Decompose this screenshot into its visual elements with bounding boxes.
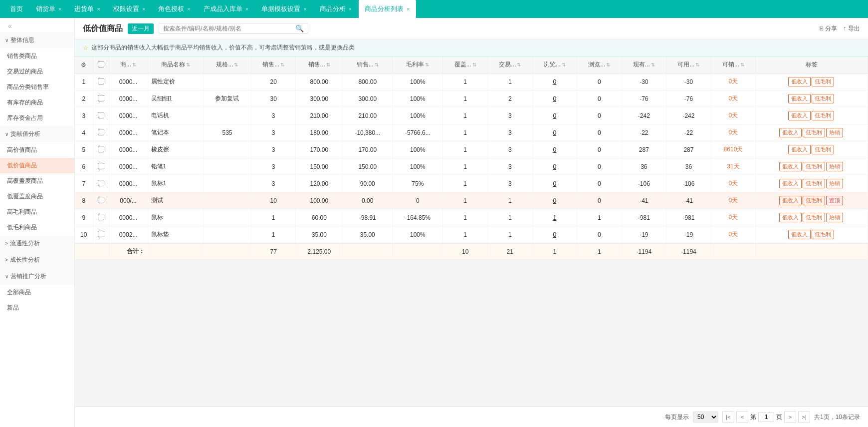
close-icon[interactable]: ×: [187, 6, 190, 12]
col-sale-qty[interactable]: 销售...⇅: [251, 56, 296, 73]
cell-checkbox[interactable]: [93, 90, 109, 107]
col-view2[interactable]: 浏览...⇅: [577, 56, 622, 73]
nav-item-首页[interactable]: 首页: [4, 0, 29, 18]
cell-checkbox[interactable]: [93, 158, 109, 175]
sidebar-section-成长性分析[interactable]: >成长性分析: [0, 252, 74, 268]
cell-view1[interactable]: 0: [532, 226, 577, 244]
cell-checkbox[interactable]: [93, 107, 109, 124]
sidebar-item-高价值商品[interactable]: 高价值商品: [0, 142, 74, 158]
prev-page-btn[interactable]: <: [736, 411, 748, 423]
sidebar-collapse-btn[interactable]: «: [5, 22, 15, 30]
close-icon[interactable]: ×: [58, 6, 61, 12]
close-icon[interactable]: ×: [97, 6, 100, 12]
row-checkbox[interactable]: [98, 112, 104, 118]
cell-checkbox[interactable]: [93, 226, 109, 244]
col-view1[interactable]: 浏览...⇅: [532, 56, 577, 73]
view1-link[interactable]: 0: [553, 112, 556, 119]
sidebar-item-低毛利商品[interactable]: 低毛利商品: [0, 220, 74, 235]
sidebar-item-新品[interactable]: 新品: [0, 300, 74, 316]
page-size-select[interactable]: 50 100 200: [693, 412, 718, 423]
close-icon[interactable]: ×: [407, 6, 410, 12]
cell-view1[interactable]: 0: [532, 158, 577, 175]
nav-item-商品分析列表[interactable]: 商品分析列表×: [359, 0, 416, 18]
view1-link[interactable]: 0: [553, 78, 556, 85]
col-sale-price[interactable]: 销售...⇅: [296, 56, 343, 73]
cell-view1[interactable]: 0: [532, 73, 577, 90]
time-badge[interactable]: 近一月: [128, 23, 154, 34]
nav-item-产成品入库单[interactable]: 产成品入库单×: [198, 0, 254, 18]
col-sellable-days[interactable]: 可销...⇅: [711, 56, 756, 73]
row-checkbox[interactable]: [98, 214, 104, 220]
sidebar-item-全部商品[interactable]: 全部商品: [0, 285, 74, 300]
view1-link[interactable]: 0: [553, 146, 556, 153]
view1-link[interactable]: 0: [553, 180, 556, 187]
export-button[interactable]: ↑ 导出: [843, 24, 860, 33]
view1-link[interactable]: 0: [553, 163, 556, 170]
first-page-btn[interactable]: |<: [722, 411, 734, 423]
row-checkbox[interactable]: [98, 197, 104, 203]
row-checkbox[interactable]: [98, 78, 104, 84]
nav-item-单据模板设置[interactable]: 单据模板设置×: [255, 0, 312, 18]
close-icon[interactable]: ×: [303, 6, 306, 12]
sidebar-item-高毛利商品[interactable]: 高毛利商品: [0, 204, 74, 220]
nav-item-进货单[interactable]: 进货单×: [68, 0, 106, 18]
row-checkbox[interactable]: [98, 129, 104, 135]
cell-checkbox[interactable]: [93, 175, 109, 192]
cell-view1[interactable]: 0: [532, 192, 577, 209]
cell-checkbox[interactable]: [93, 141, 109, 158]
sidebar-section-整体信息[interactable]: ∨整体信息: [0, 32, 74, 48]
sidebar-item-低覆盖度商品[interactable]: 低覆盖度商品: [0, 189, 74, 204]
sidebar-item-高覆盖度商品[interactable]: 高覆盖度商品: [0, 173, 74, 189]
cell-view1[interactable]: 0: [532, 107, 577, 124]
search-input[interactable]: [163, 25, 292, 32]
sidebar-section-营销推广分析[interactable]: ∨营销推广分析: [0, 268, 74, 285]
search-icon[interactable]: 🔍: [295, 24, 304, 32]
col-coverage[interactable]: 覆盖...⇅: [443, 56, 488, 73]
sidebar-item-低价值商品[interactable]: 低价值商品: [0, 158, 74, 173]
view1-link[interactable]: 0: [553, 129, 556, 136]
close-icon[interactable]: ×: [142, 6, 145, 12]
col-gear[interactable]: ⚙: [75, 56, 93, 73]
view1-link[interactable]: 0: [553, 231, 556, 238]
cell-view1[interactable]: 1: [532, 209, 577, 226]
close-icon[interactable]: ×: [245, 6, 248, 12]
sidebar-item-销售类商品[interactable]: 销售类商品: [0, 48, 74, 64]
sidebar-section-贡献值分析[interactable]: ∨贡献值分析: [0, 126, 74, 142]
nav-item-角色授权[interactable]: 角色授权×: [152, 0, 196, 18]
cell-view1[interactable]: 0: [532, 90, 577, 107]
col-spec[interactable]: 规格...⇅: [204, 56, 251, 73]
view1-link[interactable]: 0: [553, 95, 556, 102]
col-gross-margin[interactable]: 毛利率⇅: [393, 56, 443, 73]
col-sale-amount[interactable]: 销售...⇅: [343, 56, 393, 73]
row-checkbox[interactable]: [98, 146, 104, 152]
row-checkbox[interactable]: [98, 95, 104, 101]
current-page-input[interactable]: [758, 412, 774, 422]
sidebar-item-有库存的商品[interactable]: 有库存的商品: [0, 95, 74, 110]
cell-checkbox[interactable]: [93, 209, 109, 226]
col-name[interactable]: 商品名称⇅: [148, 56, 204, 73]
nav-item-权限设置[interactable]: 权限设置×: [107, 0, 151, 18]
view1-link[interactable]: 0: [553, 197, 556, 204]
col-tags[interactable]: 标签: [756, 56, 868, 73]
nav-item-商品分析[interactable]: 商品分析×: [314, 0, 358, 18]
cell-view1[interactable]: 0: [532, 141, 577, 158]
next-page-btn[interactable]: >: [784, 411, 796, 423]
row-checkbox[interactable]: [98, 231, 104, 237]
row-checkbox[interactable]: [98, 163, 104, 169]
cell-checkbox[interactable]: [93, 73, 109, 90]
sidebar-item-交易过的商品[interactable]: 交易过的商品: [0, 64, 74, 79]
cell-checkbox[interactable]: [93, 124, 109, 141]
close-icon[interactable]: ×: [349, 6, 352, 12]
cell-checkbox[interactable]: [93, 192, 109, 209]
col-current-stock[interactable]: 现有...⇅: [622, 56, 666, 73]
sidebar-section-流通性分析[interactable]: >流通性分析: [0, 235, 74, 252]
select-all-checkbox[interactable]: [98, 61, 104, 67]
gear-icon[interactable]: ⚙: [81, 61, 86, 68]
col-checkbox[interactable]: [93, 56, 109, 73]
nav-item-销货单[interactable]: 销货单×: [30, 0, 67, 18]
col-code[interactable]: 商...⇅: [109, 56, 148, 73]
view1-link[interactable]: 1: [553, 214, 556, 221]
sidebar-item-库存资金占用[interactable]: 库存资金占用: [0, 110, 74, 126]
col-available-stock[interactable]: 可用...⇅: [666, 56, 711, 73]
row-checkbox[interactable]: [98, 180, 104, 186]
